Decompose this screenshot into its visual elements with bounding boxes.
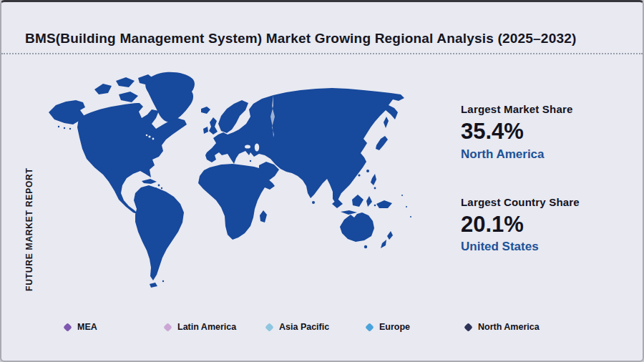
stat-label: Largest Country Share (461, 196, 640, 208)
legend-label: Europe (379, 322, 410, 332)
map-africa (198, 164, 275, 240)
legend-dot-icon (365, 323, 374, 332)
legend-label: Latin America (177, 322, 236, 332)
map-australia (340, 212, 374, 242)
stat-region: United States (461, 240, 640, 254)
stats-panel: Largest Market Share 35.4% North America… (461, 103, 640, 254)
stat-value: 35.4% (461, 120, 640, 144)
legend-item-mea: MEA (64, 322, 97, 332)
legend-dot-icon (163, 323, 172, 332)
dotted-separator (1, 53, 643, 54)
legend-label: Asia Pacific (279, 322, 329, 332)
legend-dot-icon (265, 323, 274, 332)
legend-item-asia-pacific: Asia Pacific (266, 322, 329, 332)
world-map (44, 67, 445, 303)
stat-region: North America (461, 147, 640, 162)
stat-largest-market-share: Largest Market Share 35.4% North America (461, 103, 640, 162)
infographic-frame: BMS(Building Management System) Market G… (0, 0, 644, 362)
legend-item-europe: Europe (366, 322, 410, 332)
brand-watermark: FUTURE MARKET REPORT (24, 167, 34, 293)
stat-value: 20.1% (461, 213, 640, 237)
map-south-america (134, 185, 184, 280)
legend-dot-icon (464, 323, 473, 332)
legend-label: MEA (77, 322, 97, 332)
legend-item-latin-america: Latin America (165, 322, 236, 332)
stat-label: Largest Market Share (461, 103, 640, 115)
legend-dot-icon (63, 323, 72, 332)
legend-item-north-america: North America (465, 322, 540, 332)
legend-label: North America (478, 322, 540, 332)
page-title: BMS(Building Management System) Market G… (25, 31, 633, 47)
stat-largest-country-share: Largest Country Share 20.1% United State… (461, 196, 640, 255)
